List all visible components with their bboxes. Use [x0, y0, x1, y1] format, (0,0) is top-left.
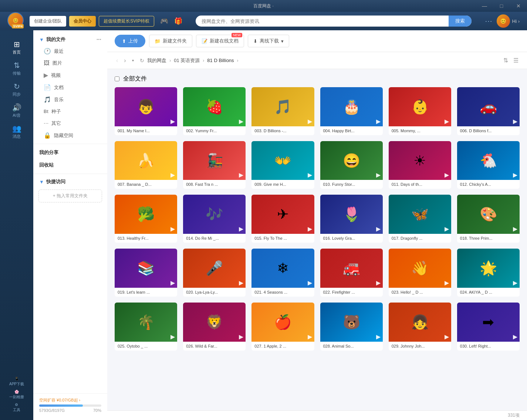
file-item[interactable]: 🌟 ▶ 024. AKIYA _ D ...: [457, 249, 520, 297]
select-all-checkbox[interactable]: [115, 76, 119, 81]
file-item[interactable]: ➡ ▶ 030. Left! Right...: [457, 303, 520, 351]
member-button[interactable]: 会员中心: [69, 16, 96, 27]
file-item[interactable]: 🦋 ▶ 017. Dragonfly ...: [389, 195, 451, 243]
file-item[interactable]: 🦁 ▶ 026. Wild & Far...: [183, 303, 246, 351]
nav-torrent[interactable]: Bt 种子: [33, 106, 107, 117]
file-item[interactable]: 🍎 ▶ 027. 1 Apple, 2 ...: [251, 303, 314, 351]
file-item[interactable]: 🍌 ▶ 007. Banana _ D...: [115, 141, 177, 189]
nav-docs[interactable]: 📄 文档: [33, 81, 107, 93]
play-icon: ▶: [170, 333, 175, 340]
app-download-item[interactable]: 📱 APP下载: [9, 377, 24, 387]
play-icon: ▶: [308, 225, 312, 232]
recycle-label[interactable]: 回收站: [33, 159, 107, 171]
file-name: 022. Firefighter ...: [320, 288, 383, 297]
avatar[interactable]: 😊 SVIP4: [7, 12, 24, 28]
file-name: 024. AKIYA _ D ...: [457, 288, 520, 297]
file-item[interactable]: 🚂 ▶ 008. Fast Tra n ...: [183, 141, 246, 189]
file-item[interactable]: 👶 ▶ 005. Mommy, ...: [389, 87, 451, 135]
add-folder-button[interactable]: + 拖入常用文件夹: [38, 189, 102, 202]
file-grid: 👦 ▶ 001. My Name I... 🍓 ▶ 002. Yummy Fr.…: [115, 87, 520, 351]
file-item[interactable]: 🎤 ▶ 020. Lya-Lya-Ly...: [183, 249, 246, 297]
file-item[interactable]: 🚒 ▶ 022. Firefighter ...: [320, 249, 383, 297]
nav-other[interactable]: ··· 其它: [33, 117, 107, 129]
nav-videos[interactable]: ▶ 视频: [33, 69, 107, 81]
online-doc-button[interactable]: 📝 新建在线文档 NEW: [196, 35, 244, 47]
breadcrumb-forward-button[interactable]: ›: [122, 57, 127, 65]
file-name: 023. Hello! _ D ...: [389, 288, 451, 297]
file-name: 008. Fast Tra n ...: [183, 180, 246, 189]
maximize-button[interactable]: □: [493, 0, 510, 12]
file-item[interactable]: 👋 ▶ 023. Hello! _ D ...: [389, 249, 451, 297]
sidebar-item-message[interactable]: 👥 消息: [0, 121, 33, 142]
nav-hidden[interactable]: 🔒 隐藏空间: [33, 129, 107, 141]
nav-divider-2: [33, 174, 107, 174]
file-item[interactable]: 🚗 ▶ 006. D Billions f...: [457, 87, 520, 135]
breadcrumb-root[interactable]: 我的网盘: [147, 57, 166, 64]
nav-photos[interactable]: 🖼 图片: [33, 57, 107, 69]
new-folder-label: 新建文件夹: [163, 38, 187, 44]
tools-item[interactable]: ⚙ 工具: [13, 403, 20, 413]
file-thumbnail: 🌷 ▶: [320, 195, 383, 234]
upload-button[interactable]: ⬆ 上传: [115, 35, 145, 47]
nav-hidden-label: 隐藏空间: [54, 132, 73, 139]
my-share-label[interactable]: 我的分享: [33, 146, 107, 159]
file-item[interactable]: 🐻 ▶ 028. Animal So...: [320, 303, 383, 351]
breadcrumb-back-button[interactable]: ‹: [115, 57, 119, 65]
file-item[interactable]: 👦 ▶ 001. My Name I...: [115, 87, 177, 135]
file-item[interactable]: 🌴 ▶ 025. Oytobo _ ...: [115, 303, 177, 351]
list-view-button[interactable]: ☰: [512, 56, 520, 65]
my-files-header[interactable]: ▼ 我的文件 ···: [33, 34, 107, 45]
search-button[interactable]: 搜索: [449, 16, 472, 27]
svip-button[interactable]: 超值续费延长SVIP特权: [99, 16, 154, 27]
quick-access-header[interactable]: ▼ 快捷访问: [33, 176, 107, 187]
new-folder-button[interactable]: 📁 新建文件夹: [149, 35, 192, 47]
my-files-arrow: ▼: [39, 37, 44, 42]
enterprise-button[interactable]: 创建企业/团队: [30, 16, 66, 27]
file-item[interactable]: 🐔 ▶ 012. Chicky's A...: [457, 141, 520, 189]
sidebar-item-home[interactable]: ⊞ 首页: [0, 37, 33, 58]
breadcrumb-expand[interactable]: ›: [237, 58, 239, 63]
file-item[interactable]: 🥦 ▶ 013. Healthy Fr...: [115, 195, 177, 243]
sidebar-item-transfer[interactable]: ⇅ 传输: [0, 58, 33, 79]
storage-bar-fill: [39, 404, 83, 407]
search-input[interactable]: [196, 16, 449, 26]
file-item[interactable]: 🎂 ▶ 004. Happy Birt...: [320, 87, 383, 135]
file-item[interactable]: ❄ ▶ 021. 4 Seasons ...: [251, 249, 314, 297]
file-item[interactable]: 🌷 ▶ 016. Lovely Gra...: [320, 195, 383, 243]
file-item[interactable]: 📚 ▶ 019. Let's learn ...: [115, 249, 177, 297]
user-avatar-area[interactable]: 😊 Hi ›: [497, 14, 520, 28]
close-button[interactable]: ✕: [510, 0, 527, 12]
storage-price[interactable]: ¥0.07/GB起: [57, 398, 78, 402]
file-item[interactable]: ☀ ▶ 011. Days of th...: [389, 141, 451, 189]
play-icon: ▶: [376, 118, 381, 125]
file-item[interactable]: 😄 ▶ 010. Funny Stor...: [320, 141, 383, 189]
gift-icon[interactable]: 🎁: [174, 17, 182, 25]
sort-button[interactable]: ⇅: [502, 56, 509, 65]
breadcrumb-dot-menu[interactable]: •: [131, 57, 136, 65]
play-icon: ▶: [239, 171, 243, 178]
sidebar-item-sync[interactable]: ↻ 同步: [0, 79, 33, 100]
more-options-button[interactable]: ⋯: [485, 17, 492, 25]
file-item[interactable]: 👧 ▶ 029. Johnny Joh...: [389, 303, 451, 351]
sidebar-item-ai[interactable]: 🔊 AI音: [0, 100, 33, 121]
file-item[interactable]: 🍓 ▶ 002. Yummy Fr...: [183, 87, 246, 135]
minimize-button[interactable]: —: [476, 0, 493, 12]
nav-music[interactable]: 🎵 音乐: [33, 93, 107, 106]
file-item[interactable]: 🎶 ▶ 014. Do Re Mi _...: [183, 195, 246, 243]
file-item[interactable]: 🎨 ▶ 018. Three Prim...: [457, 195, 520, 243]
album-item[interactable]: 🌸 一刻相册: [9, 390, 24, 400]
file-item[interactable]: 👐 ▶ 009. Give me H...: [251, 141, 314, 189]
my-files-more-btn[interactable]: ···: [97, 36, 101, 43]
nav-other-label: 其它: [51, 120, 61, 127]
storage-arrow[interactable]: ›: [79, 398, 81, 402]
file-item[interactable]: 🎵 ▶ 003. D Billions -...: [251, 87, 314, 135]
game-icon[interactable]: 🎮: [160, 17, 168, 25]
home-icon: ⊞: [14, 40, 20, 49]
play-icon: ▶: [513, 279, 517, 286]
offline-download-button[interactable]: ⬇ 离线下载 ▾: [248, 35, 289, 47]
nav-recent[interactable]: 🕐 最近: [33, 45, 107, 57]
breadcrumb-refresh-button[interactable]: ↻: [140, 58, 144, 64]
file-thumbnail: 🚒 ▶: [320, 249, 383, 288]
file-item[interactable]: ✈ ▶ 015. Fly To The ...: [251, 195, 314, 243]
breadcrumb-english[interactable]: 01 英语资源: [174, 57, 200, 64]
